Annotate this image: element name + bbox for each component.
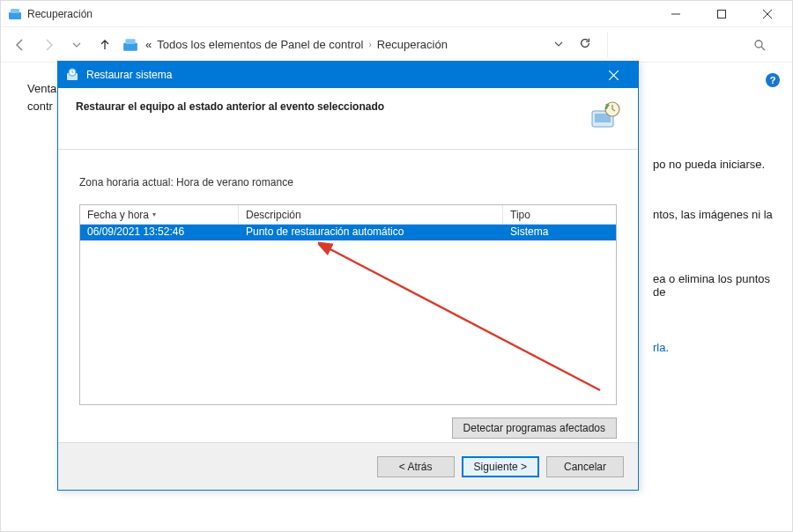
dialog-title: Restaurar sistema [86, 69, 596, 81]
parent-toolbar: « Todos los elementos de Panel de contro… [1, 27, 792, 63]
table-row[interactable]: 06/09/2021 13:52:46 Punto de restauració… [80, 225, 616, 240]
next-button[interactable]: Siguiente > [462, 456, 539, 477]
svg-point-8 [755, 41, 762, 48]
dialog-titlebar: Restaurar sistema [58, 62, 638, 88]
breadcrumb-item-1[interactable]: Todos los elementos de Panel de control [157, 38, 363, 51]
column-description[interactable]: Descripción [239, 205, 503, 224]
dialog-footer: < Atrás Siguiente > Cancelar [58, 442, 638, 490]
restore-points-table[interactable]: Fecha y hora ▾ Descripción Tipo 06/09/20… [79, 204, 617, 405]
dialog-heading: Restaurar el equipo al estado anterior a… [76, 100, 384, 113]
cell-type: Sistema [503, 225, 616, 240]
back-arrow-icon[interactable] [10, 34, 31, 55]
recent-dropdown-icon[interactable] [66, 34, 87, 55]
chevron-right-icon: › [368, 40, 371, 49]
search-box[interactable] [607, 33, 783, 57]
annotation-arrow [318, 240, 609, 399]
obscured-text-1: po no pueda iniciarse. [653, 158, 785, 171]
minimize-button[interactable] [658, 2, 693, 26]
address-icon [122, 37, 138, 53]
svg-rect-6 [123, 42, 137, 50]
cell-date: 06/09/2021 13:52:46 [80, 225, 239, 240]
system-restore-dialog: Restaurar sistema Restaurar el equipo al… [57, 61, 639, 491]
dialog-header: Restaurar el equipo al estado anterior a… [58, 88, 638, 150]
up-arrow-icon[interactable] [94, 34, 115, 55]
dialog-close-button[interactable] [596, 63, 631, 87]
parent-window-title: Recuperación [27, 8, 93, 20]
help-icon[interactable]: ? [766, 73, 780, 87]
svg-rect-0 [9, 12, 21, 19]
restore-icon [65, 68, 79, 82]
detect-programs-button[interactable]: Detectar programas afectados [452, 417, 617, 439]
window-controls [658, 2, 785, 26]
svg-line-17 [327, 248, 600, 390]
address-dropdown-icon[interactable] [554, 39, 563, 51]
refresh-icon[interactable] [579, 37, 591, 52]
back-button[interactable]: < Atrás [377, 456, 455, 477]
breadcrumb-prefix: « [145, 38, 152, 51]
cancel-button[interactable]: Cancelar [546, 456, 624, 477]
maximize-button[interactable] [704, 2, 739, 26]
obscured-link[interactable]: rla. [653, 341, 785, 354]
svg-rect-1 [11, 9, 19, 13]
svg-line-9 [761, 47, 765, 50]
column-type[interactable]: Tipo [503, 205, 616, 224]
svg-rect-7 [125, 39, 135, 44]
table-header: Fecha y hora ▾ Descripción Tipo [80, 205, 616, 225]
close-button[interactable] [750, 2, 785, 26]
breadcrumb[interactable]: « Todos los elementos de Panel de contro… [145, 38, 547, 51]
breadcrumb-item-2[interactable]: Recuperación [377, 38, 448, 51]
search-icon [753, 39, 766, 51]
column-date[interactable]: Fecha y hora ▾ [80, 205, 239, 224]
forward-arrow-icon[interactable] [38, 34, 59, 55]
timezone-label: Zona horaria actual: Hora de verano roma… [79, 176, 617, 188]
sort-desc-icon: ▾ [152, 211, 156, 218]
restore-header-icon [589, 100, 620, 132]
recovery-icon [8, 7, 22, 21]
obscured-text-2: ntos, las imágenes ni la [653, 208, 785, 221]
svg-rect-3 [718, 10, 726, 18]
cell-description: Punto de restauración automático [239, 225, 503, 240]
parent-titlebar: Recuperación [1, 1, 792, 27]
dialog-body: Zona horaria actual: Hora de verano roma… [58, 150, 638, 447]
obscured-text-3: ea o elimina los puntos de [653, 272, 785, 299]
